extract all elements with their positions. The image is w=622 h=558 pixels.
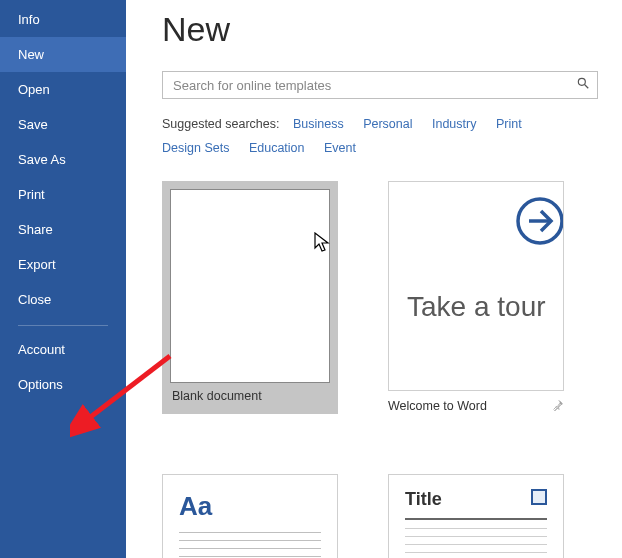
sidebar-item-open[interactable]: Open (0, 72, 126, 107)
sidebar-item-save-as[interactable]: Save As (0, 142, 126, 177)
templates-grid: Blank document Take a tour (126, 161, 622, 559)
tour-text: Take a tour (407, 292, 549, 323)
template-caption: Welcome to Word (388, 399, 487, 413)
sidebar-item-new[interactable]: New (0, 37, 126, 72)
suggested-link-print[interactable]: Print (496, 117, 522, 131)
suggested-label: Suggested searches: (162, 117, 279, 131)
suggested-link-personal[interactable]: Personal (363, 117, 412, 131)
template-thumb: Aa (162, 474, 338, 559)
suggested-link-event[interactable]: Event (324, 141, 356, 155)
template-welcome-to-word[interactable]: Take a tour Welcome to Word (388, 181, 564, 414)
search-input[interactable] (163, 78, 569, 93)
image-placeholder-icon (531, 489, 547, 505)
page-title: New (126, 0, 622, 59)
search-icon (576, 76, 590, 94)
sidebar-divider (18, 325, 108, 326)
sidebar-item-account[interactable]: Account (0, 332, 126, 367)
pin-icon[interactable] (552, 399, 564, 414)
suggested-link-industry[interactable]: Industry (432, 117, 476, 131)
template-caption: Blank document (172, 389, 262, 403)
search-button[interactable] (569, 71, 597, 99)
sidebar-item-close[interactable]: Close (0, 282, 126, 317)
title-label: Title (405, 489, 442, 510)
sidebar-item-share[interactable]: Share (0, 212, 126, 247)
arrow-right-circle-icon (515, 196, 563, 246)
svg-point-0 (578, 78, 585, 85)
suggested-link-design-sets[interactable]: Design Sets (162, 141, 229, 155)
main-area: New Suggested searches: Business Persona… (126, 0, 622, 558)
suggested-searches: Suggested searches: Business Personal In… (126, 99, 622, 161)
search-box[interactable] (162, 71, 598, 99)
template-single-spaced[interactable]: Aa (162, 474, 338, 559)
template-thumb: Take a tour (388, 181, 564, 391)
svg-line-1 (585, 85, 589, 89)
backstage-sidebar: Info New Open Save Save As Print Share E… (0, 0, 126, 558)
sidebar-item-export[interactable]: Export (0, 247, 126, 282)
template-blank-document[interactable]: Blank document (162, 181, 338, 414)
sidebar-item-save[interactable]: Save (0, 107, 126, 142)
sidebar-item-print[interactable]: Print (0, 177, 126, 212)
sidebar-item-options[interactable]: Options (0, 367, 126, 402)
template-blog-post[interactable]: Title (388, 474, 564, 559)
template-thumb: Title (388, 474, 564, 559)
aa-label: Aa (179, 491, 321, 522)
sidebar-item-info[interactable]: Info (0, 2, 126, 37)
template-thumb (170, 189, 330, 383)
svg-line-4 (554, 407, 557, 410)
suggested-link-business[interactable]: Business (293, 117, 344, 131)
suggested-link-education[interactable]: Education (249, 141, 305, 155)
